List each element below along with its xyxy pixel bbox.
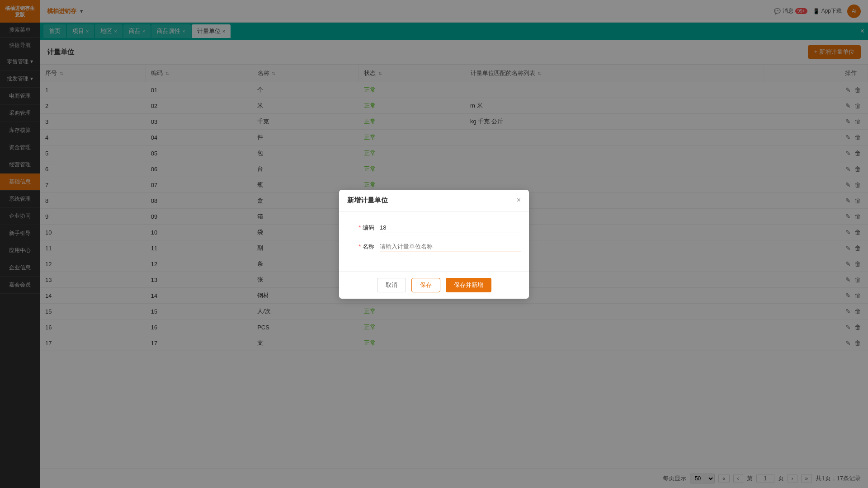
modal-title: 新增计量单位 bbox=[347, 196, 388, 205]
code-input[interactable] bbox=[380, 222, 521, 233]
add-unit-modal: 新增计量单位 × 编码 名称 取消 保存 保存并新增 bbox=[339, 190, 529, 299]
cancel-button[interactable]: 取消 bbox=[377, 278, 406, 292]
modal-body: 编码 名称 bbox=[339, 211, 529, 271]
code-row: 编码 bbox=[347, 222, 521, 233]
modal-footer: 取消 保存 保存并新增 bbox=[339, 271, 529, 299]
name-label: 名称 bbox=[347, 243, 374, 251]
save-add-button[interactable]: 保存并新增 bbox=[446, 278, 491, 292]
modal-close-btn[interactable]: × bbox=[517, 196, 521, 204]
name-input[interactable] bbox=[380, 241, 521, 252]
code-label: 编码 bbox=[347, 224, 374, 232]
save-button[interactable]: 保存 bbox=[411, 278, 440, 292]
name-row: 名称 bbox=[347, 241, 521, 252]
modal-header: 新增计量单位 × bbox=[339, 190, 529, 211]
modal-overlay[interactable]: 新增计量单位 × 编码 名称 取消 保存 保存并新增 bbox=[0, 0, 868, 488]
